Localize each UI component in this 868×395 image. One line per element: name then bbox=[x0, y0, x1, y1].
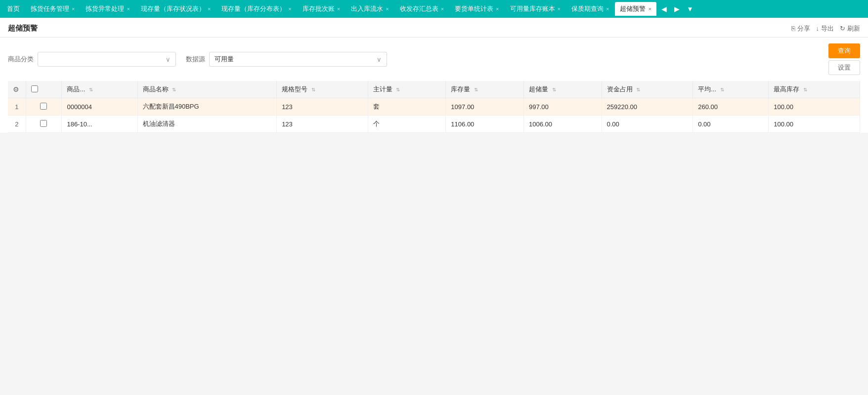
header-actions: ⎘ 分享 ↓ 导出 ↻ 刷新 bbox=[791, 24, 861, 33]
nav-tab-available[interactable]: 可用量库存账本 × bbox=[505, 2, 565, 16]
filter-actions: 查询 设置 bbox=[828, 43, 860, 75]
nav-tab-stock-status-label: 现存量（库存状况表） bbox=[141, 4, 205, 13]
close-icon[interactable]: × bbox=[441, 6, 444, 12]
col-product-code-label: 商品... bbox=[67, 85, 85, 93]
nav-tab-overstock[interactable]: 超储预警 × bbox=[615, 2, 656, 16]
nav-tab-collect-label: 收发存汇总表 bbox=[400, 4, 438, 13]
col-product-name-label: 商品名称 bbox=[143, 85, 169, 93]
close-icon[interactable]: × bbox=[386, 6, 389, 12]
nav-tab-order-stat[interactable]: 要货单统计表 × bbox=[450, 2, 504, 16]
product-name-0: 六配套新昌490BPG bbox=[137, 98, 277, 116]
nav-tab-task-label: 拣货任务管理 bbox=[31, 4, 69, 13]
nav-tab-inout-label: 出入库流水 bbox=[351, 4, 383, 13]
product-code-0: 0000004 bbox=[62, 98, 137, 116]
export-icon: ↓ bbox=[816, 25, 820, 32]
gear-icon[interactable]: ⚙ bbox=[13, 85, 19, 93]
table-container: ⚙ 商品... ⇅ 商品名称 ⇅ 规格型号 ⇅ bbox=[0, 81, 868, 133]
row-num-1: 2 bbox=[8, 116, 26, 133]
sort-icon: ⇅ bbox=[803, 87, 807, 92]
datasource-select[interactable]: 可用量 ∨ bbox=[209, 52, 387, 67]
close-icon[interactable]: × bbox=[648, 6, 651, 12]
chevron-down-icon: ∨ bbox=[377, 56, 382, 63]
data-table: ⚙ 商品... ⇅ 商品名称 ⇅ 规格型号 ⇅ bbox=[8, 81, 860, 133]
avg-0: 260.00 bbox=[693, 98, 769, 116]
close-icon[interactable]: × bbox=[127, 6, 130, 12]
col-stock-label: 库存量 bbox=[451, 85, 470, 93]
row-select-checkbox[interactable] bbox=[40, 103, 47, 110]
share-label: 分享 bbox=[797, 24, 810, 33]
nav-tab-available-label: 可用量库存账本 bbox=[510, 4, 555, 13]
nav-tab-home[interactable]: 首页 bbox=[2, 2, 25, 16]
row-checkbox-1[interactable] bbox=[26, 116, 62, 133]
category-label: 商品分类 bbox=[8, 55, 34, 64]
nav-tab-overstock-label: 超储预警 bbox=[620, 4, 646, 13]
col-stock[interactable]: 库存量 ⇅ bbox=[446, 81, 524, 98]
nav-tab-order-stat-label: 要货单统计表 bbox=[455, 4, 493, 13]
nav-prev-btn[interactable]: ◀ bbox=[658, 2, 670, 16]
overstock-1: 1006.00 bbox=[523, 116, 602, 133]
nav-next-btn[interactable]: ▶ bbox=[671, 2, 683, 16]
datasource-label: 数据源 bbox=[186, 55, 205, 64]
col-max-stock-label: 最高库存 bbox=[774, 85, 799, 93]
export-label: 导出 bbox=[821, 24, 834, 33]
refresh-icon: ↻ bbox=[840, 25, 845, 32]
nav-tab-abnormal[interactable]: 拣货异常处理 × bbox=[81, 2, 134, 16]
close-icon[interactable]: × bbox=[606, 6, 609, 12]
col-checkbox bbox=[26, 81, 62, 98]
col-spec[interactable]: 规格型号 ⇅ bbox=[277, 81, 368, 98]
nav-tab-task[interactable]: 拣货任务管理 × bbox=[26, 2, 80, 16]
nav-tab-stock-dist[interactable]: 现存量（库存分布表） × bbox=[217, 2, 296, 16]
refresh-label: 刷新 bbox=[847, 24, 860, 33]
unit-1: 个 bbox=[368, 116, 446, 133]
sort-icon: ⇅ bbox=[311, 87, 315, 92]
nav-tab-collect[interactable]: 收发存汇总表 × bbox=[395, 2, 449, 16]
nav-tab-stock-status[interactable]: 现存量（库存状况表） × bbox=[136, 2, 216, 16]
page-title: 超储预警 bbox=[8, 24, 38, 33]
table-row: 2 186-10... 机油滤清器 123 个 1106.00 1006.00 … bbox=[8, 116, 860, 133]
close-icon[interactable]: × bbox=[496, 6, 499, 12]
close-icon[interactable]: × bbox=[208, 6, 211, 12]
col-avg-label: 平均... bbox=[698, 85, 716, 93]
col-unit-label: 主计量 bbox=[373, 85, 392, 93]
chevron-down-icon: ∨ bbox=[166, 56, 171, 63]
category-select[interactable]: ∨ bbox=[38, 52, 176, 67]
nav-tab-inout[interactable]: 出入库流水 × bbox=[346, 2, 393, 16]
table-row: 1 0000004 六配套新昌490BPG 123 套 1097.00 997.… bbox=[8, 98, 860, 116]
col-max-stock[interactable]: 最高库存 ⇅ bbox=[769, 81, 860, 98]
row-checkbox-0[interactable] bbox=[26, 98, 62, 116]
stock-0: 1097.00 bbox=[446, 98, 524, 116]
close-icon[interactable]: × bbox=[337, 6, 340, 12]
nav-tab-batch[interactable]: 库存批次账 × bbox=[298, 2, 345, 16]
col-avg[interactable]: 平均... ⇅ bbox=[693, 81, 769, 98]
col-product-name[interactable]: 商品名称 ⇅ bbox=[137, 81, 277, 98]
nav-tab-quality[interactable]: 保质期查询 × bbox=[566, 2, 614, 16]
close-icon[interactable]: × bbox=[72, 6, 75, 12]
query-button[interactable]: 查询 bbox=[828, 43, 860, 58]
row-select-checkbox[interactable] bbox=[40, 120, 47, 127]
share-icon: ⎘ bbox=[791, 25, 795, 32]
col-unit[interactable]: 主计量 ⇅ bbox=[368, 81, 446, 98]
settings-button[interactable]: 设置 bbox=[828, 60, 860, 75]
col-overstock-label: 超储量 bbox=[529, 85, 548, 93]
filter-bar: 商品分类 ∨ 数据源 可用量 ∨ 查询 设置 bbox=[0, 38, 868, 81]
export-button[interactable]: ↓ 导出 bbox=[816, 24, 834, 33]
nav-more-btn[interactable]: ▼ bbox=[684, 2, 696, 16]
top-nav: 首页 拣货任务管理 × 拣货异常处理 × 现存量（库存状况表） × 现存量（库存… bbox=[0, 0, 868, 18]
category-filter: 商品分类 ∨ bbox=[8, 52, 176, 67]
col-capital-label: 资金占用 bbox=[607, 85, 633, 93]
close-icon[interactable]: × bbox=[558, 6, 561, 12]
share-button[interactable]: ⎘ 分享 bbox=[791, 24, 810, 33]
sort-icon: ⇅ bbox=[552, 87, 556, 92]
stock-1: 1106.00 bbox=[446, 116, 524, 133]
col-settings[interactable]: ⚙ bbox=[8, 81, 26, 98]
unit-0: 套 bbox=[368, 98, 446, 116]
spec-1: 123 bbox=[277, 116, 368, 133]
close-icon[interactable]: × bbox=[288, 6, 291, 12]
select-all-checkbox[interactable] bbox=[31, 85, 38, 92]
col-overstock[interactable]: 超储量 ⇅ bbox=[523, 81, 602, 98]
col-capital[interactable]: 资金占用 ⇅ bbox=[602, 81, 693, 98]
refresh-button[interactable]: ↻ 刷新 bbox=[840, 24, 860, 33]
col-product-code[interactable]: 商品... ⇅ bbox=[62, 81, 137, 98]
col-spec-label: 规格型号 bbox=[282, 85, 307, 93]
product-name-1: 机油滤清器 bbox=[137, 116, 277, 133]
